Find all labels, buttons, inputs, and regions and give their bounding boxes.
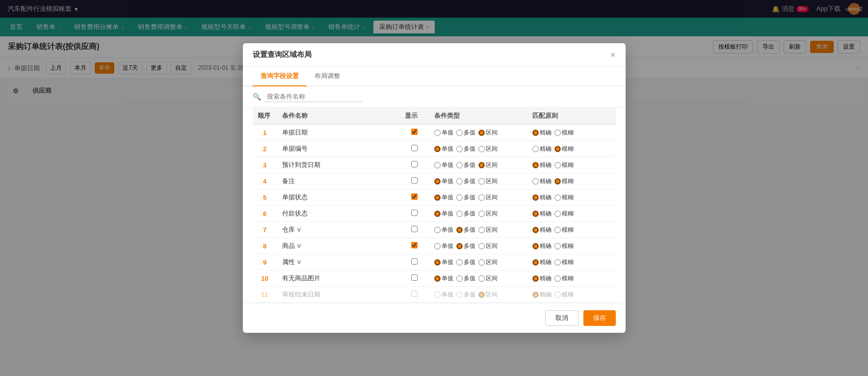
- search-icon: 🔍: [253, 93, 261, 101]
- dialog-tab-query[interactable]: 查询字段设置: [253, 67, 307, 86]
- dialog-close-button[interactable]: ×: [610, 51, 616, 59]
- dialog: 设置查询区域布局 × 查询字段设置 布局调整 🔍: [243, 43, 626, 104]
- modal-overlay: 设置查询区域布局 × 查询字段设置 布局调整 🔍: [0, 0, 868, 104]
- dialog-title: 设置查询区域布局: [253, 50, 312, 59]
- search-input[interactable]: [264, 91, 362, 102]
- dialog-body: 查询字段设置 布局调整 🔍 顺序 条件名称 显示: [243, 67, 626, 104]
- dialog-tabs: 查询字段设置 布局调整: [243, 67, 626, 86]
- dialog-tab-layout[interactable]: 布局调整: [307, 67, 348, 86]
- dialog-header: 设置查询区域布局 ×: [243, 43, 626, 67]
- dialog-search-area: 🔍: [243, 86, 626, 104]
